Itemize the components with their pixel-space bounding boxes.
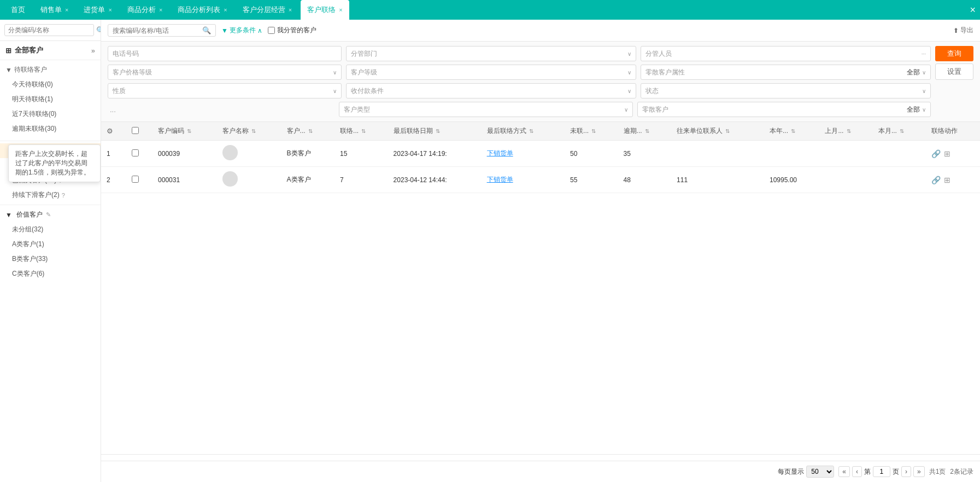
export-button[interactable]: ⬆ 导出 (953, 26, 973, 35)
last-page-button[interactable]: » (913, 466, 925, 477)
sidebar-item-today[interactable]: 今天待联络(0) (0, 77, 101, 92)
filter-dept[interactable]: 分管部门 ∨ (346, 46, 636, 61)
settings-button[interactable]: 设置 (935, 63, 973, 80)
filter-retail-customer[interactable]: 零散客户 全部 ∨ (637, 102, 931, 117)
nav-item-customer-mgmt[interactable]: 客户分层经营 × (236, 0, 298, 20)
first-page-button[interactable]: « (838, 466, 850, 477)
sidebar-item-c-class[interactable]: C类客户(6) (0, 266, 101, 281)
close-customer-contact-icon[interactable]: × (339, 7, 342, 13)
row1-select-checkbox[interactable] (132, 149, 139, 156)
help-icon-declining[interactable]: ? (62, 192, 65, 199)
filter-customer-level[interactable]: 客户等级 ∨ (346, 65, 636, 80)
sort-contact-count-icon[interactable]: ⇅ (361, 128, 366, 134)
row1-last-method: 下销货单 (482, 141, 565, 167)
sort-type-icon[interactable]: ⇅ (308, 128, 313, 134)
close-all-tabs-button[interactable]: × (970, 4, 976, 16)
sort-method-icon[interactable]: ⇅ (529, 128, 533, 134)
sort-last-date-icon[interactable]: ⇅ (436, 128, 440, 134)
sort-contact-person-icon[interactable]: ⇅ (725, 128, 730, 134)
table-header-last-contact-date: 最后联络日期 ⇅ (388, 122, 482, 141)
row1-grid-icon[interactable]: ⊞ (944, 149, 950, 158)
price-dropdown-icon: ∨ (333, 69, 337, 76)
sidebar-item-b-class[interactable]: B类客户(33) (0, 252, 101, 266)
table-header-last-month: 上月... ⇅ (819, 122, 873, 141)
filter-price-level[interactable]: 客户价格等级 ∨ (108, 65, 342, 80)
sidebar-item-overdue[interactable]: 逾期未联络(30) (0, 121, 101, 136)
sort-this-month-icon[interactable]: ⇅ (900, 128, 904, 134)
sidebar-search-input[interactable] (4, 24, 94, 36)
more-filter-dots[interactable]: ... (108, 106, 118, 114)
close-customer-mgmt-icon[interactable]: × (289, 7, 292, 13)
row2-type: A类客户 (281, 167, 335, 193)
nav-item-sales[interactable]: 销售单 × (34, 0, 75, 20)
filter-phone[interactable]: 电话号码 (108, 46, 342, 61)
sidebar-item-week[interactable]: 近7天待联络(0) (0, 107, 101, 121)
sort-uncontacted-icon[interactable]: ⇅ (591, 128, 596, 134)
sort-code-icon[interactable]: ⇅ (187, 128, 191, 134)
retail-customer-dropdown-icon: ∨ (922, 107, 926, 113)
sidebar-item-a-class[interactable]: A类客户(1) (0, 237, 101, 252)
sidebar-search-button[interactable]: 🔍 (96, 26, 101, 34)
sort-last-month-icon[interactable]: ⇅ (847, 128, 851, 134)
row2-last-method: 下销货单 (482, 167, 565, 193)
next-page-button[interactable]: › (901, 466, 911, 477)
content-area: 🔍 ▼ 更多条件 ∧ 我分管的客户 ⬆ 导出 (101, 20, 980, 482)
sort-overdue-icon[interactable]: ⇅ (645, 128, 649, 134)
page-size-select[interactable]: 50 100 200 (806, 466, 834, 478)
filter-retail-attr[interactable]: 零散客户属性 全部 ∨ (641, 65, 931, 80)
filter-payment[interactable]: 收付款条件 ∨ (346, 83, 636, 98)
nav-item-home[interactable]: 首页 (4, 0, 32, 20)
nav-item-analysis[interactable]: 商品分析 × (121, 0, 169, 20)
sidebar-item-declining[interactable]: 持续下滑客户(2) ? (0, 188, 101, 202)
sidebar-item-ungroup[interactable]: 未分组(32) (0, 222, 101, 237)
row2-code: 000031 (152, 167, 217, 193)
sidebar-item-tomorrow[interactable]: 明天待联络(1) (0, 92, 101, 107)
filter-status[interactable]: 状态 ∨ (641, 83, 931, 98)
row2-last-date: 2023-04-12 14:44: (388, 167, 482, 193)
sidebar-pending-title[interactable]: ▼ 待联络客户 (0, 62, 101, 77)
row2-method-link[interactable]: 下销货单 (487, 176, 513, 183)
column-settings-button[interactable]: ⚙ (107, 127, 113, 135)
sidebar-all-customers[interactable]: ⊞ 全部客户 » (0, 41, 101, 60)
close-sales-icon[interactable]: × (65, 7, 68, 13)
row2-link-icon[interactable]: 🔗 (931, 176, 941, 184)
filter-row-4: ... 客户类型 ∨ 零散客户 全部 ∨ (108, 102, 931, 117)
sort-name-icon[interactable]: ⇅ (251, 128, 256, 134)
row1-contact-person (671, 141, 764, 167)
nav-item-customer-contact[interactable]: 客户联络 × (301, 0, 349, 20)
sort-this-year-icon[interactable]: ⇅ (791, 128, 795, 134)
row2-action-buttons: 🔗 ⊞ (931, 176, 975, 184)
horizontal-scrollbar[interactable] (101, 454, 980, 461)
row2-uncontacted: 55 (565, 167, 618, 193)
row2-grid-icon[interactable]: ⊞ (944, 176, 950, 184)
filter-search-icon: 🔍 (202, 26, 211, 34)
sidebar-value-customers-title[interactable]: ▼ 价值客户 ✎ (0, 207, 101, 222)
prev-page-button[interactable]: ‹ (852, 466, 862, 477)
filter-nature[interactable]: 性质 ∨ (108, 83, 342, 98)
collapse-sidebar-icon[interactable]: » (91, 47, 95, 55)
close-purchase-icon[interactable]: × (108, 7, 112, 13)
row1-link-icon[interactable]: 🔗 (931, 149, 941, 158)
value-expand-icon: ▼ (5, 211, 12, 219)
close-analysis-list-icon[interactable]: × (224, 7, 227, 13)
my-customers-checkbox[interactable] (268, 27, 275, 34)
row1-last-date: 2023-04-17 14:19: (388, 141, 482, 167)
nav-item-purchase[interactable]: 进货单 × (77, 0, 118, 20)
filter-customer-type[interactable]: 客户类型 ∨ (339, 102, 632, 117)
close-analysis-icon[interactable]: × (159, 7, 162, 13)
row1-checkbox (126, 141, 152, 167)
filter-search-input[interactable] (113, 27, 200, 34)
row2-name (217, 167, 281, 193)
row2-select-checkbox[interactable] (132, 176, 139, 183)
filter-manager[interactable]: 分管人员 ··· (641, 46, 931, 61)
page-number-input[interactable] (873, 466, 890, 477)
nav-item-analysis-list[interactable]: 商品分析列表 × (171, 0, 233, 20)
row1-method-link[interactable]: 下销货单 (487, 149, 513, 157)
filter-more-btn[interactable]: ▼ 更多条件 ∧ (221, 26, 262, 35)
edit-value-icon[interactable]: ✎ (46, 211, 51, 218)
select-all-checkbox[interactable] (132, 127, 139, 134)
row1-actions: 🔗 ⊞ (926, 141, 980, 167)
query-button[interactable]: 查询 (935, 46, 973, 61)
row2-contact-person: 111 (671, 167, 764, 193)
row1-type: B类客户 (281, 141, 335, 167)
